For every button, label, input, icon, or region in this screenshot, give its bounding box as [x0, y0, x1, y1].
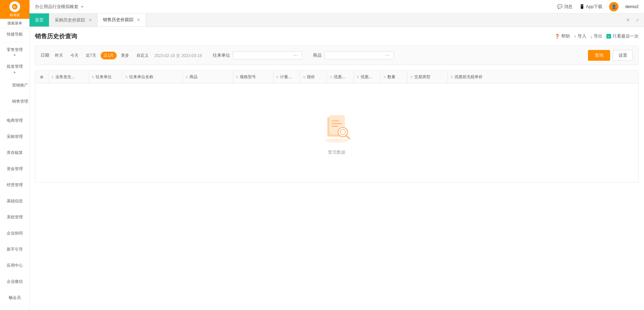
- date-btn-custom[interactable]: 自定义: [133, 52, 152, 59]
- column-spec[interactable]: ⇅ 规格型号: [233, 71, 273, 83]
- im-button[interactable]: 💬 消息: [557, 4, 573, 10]
- column-bizdate[interactable]: ⇅ 业务发生...: [49, 71, 89, 83]
- data-table: ⚙ ⇅ 业务发生... ⇅ 往来单位 ⇅ 往来单位名称 ⇅ 商品: [35, 70, 639, 183]
- username-label[interactable]: demo2: [625, 4, 639, 9]
- sidebar-item-operations[interactable]: 经营管理: [0, 177, 30, 193]
- date-buttons: 昨天 今天 近7天 近1月 更多 自定义: [52, 52, 152, 59]
- tab-sales-label: 销售历史价跟踪: [103, 17, 133, 23]
- import-button[interactable]: ↑ 导入: [574, 33, 586, 39]
- maximize-button[interactable]: ⤢: [633, 16, 641, 24]
- page-actions: ❓ 帮助 ↑ 导入 ↓ 导出 ✓ 只看最后一次: [554, 33, 639, 39]
- export-icon: ↓: [590, 34, 593, 39]
- svg-rect-7: [331, 126, 338, 127]
- sidebar-item-label: 新手引导: [7, 247, 23, 252]
- topbar: 办公用品行业模拟账套 ▾ 💬 消息 📱 App下载 👤 demo2: [30, 0, 644, 13]
- tab-sales-history[interactable]: 销售历史价跟踪 ✕: [98, 13, 146, 27]
- date-filter-group: 日期 昨天 今天 近7天 近1月 更多 自定义 2023-02-18 至 202…: [41, 52, 202, 59]
- date-btn-1month[interactable]: 近1月: [101, 52, 117, 59]
- sidebar-item-newbie[interactable]: 新手引导: [0, 241, 30, 257]
- sidebar-item-finance[interactable]: 资金管理: [0, 161, 30, 177]
- sort-icon: ⇅: [303, 75, 306, 79]
- column-partner[interactable]: ⇅ 往来单位: [89, 71, 122, 83]
- tab-home-label: 首页: [35, 17, 44, 23]
- sidebar-divider-2: [6, 111, 23, 111]
- column-settings[interactable]: ⚙: [35, 71, 49, 83]
- empty-illustration: [320, 110, 354, 144]
- col-product-label: 商品: [190, 74, 198, 80]
- tab-purchase-history[interactable]: 采购历史价跟踪 ✕: [49, 13, 98, 27]
- col-trade-label: 交易类型: [414, 74, 430, 80]
- export-button[interactable]: ↓ 导出: [590, 33, 603, 39]
- topbar-right: 💬 消息 📱 App下载 👤 demo2: [557, 2, 639, 11]
- help-label: 帮助: [561, 33, 570, 39]
- dropdown-icon[interactable]: ▾: [81, 4, 83, 9]
- svg-line-9: [346, 136, 350, 139]
- query-button[interactable]: 查询: [588, 50, 610, 61]
- col-discount2-label: 优惠...: [361, 74, 372, 80]
- sidebar-item-retail[interactable]: 零售管理 ▼: [0, 44, 30, 60]
- column-qty[interactable]: ⇅ 数量: [381, 71, 408, 83]
- sidebar-item-label: 基础信息: [7, 198, 23, 204]
- date-btn-yesterday[interactable]: 昨天: [52, 52, 66, 59]
- topbar-left: 办公用品行业模拟账套 ▾: [35, 4, 83, 10]
- tab-purchase-close-icon[interactable]: ✕: [89, 18, 92, 22]
- only-last-checkbox[interactable]: ✓ 只看最后一次: [606, 33, 639, 39]
- column-discount2[interactable]: ⇅ 优惠...: [354, 71, 381, 83]
- empty-state: 暂无数据: [35, 84, 638, 182]
- column-trade-type[interactable]: ⇅ 交易类型: [408, 71, 448, 83]
- sidebar-item-label: 批发管理: [7, 64, 23, 69]
- sidebar-item-basic-info[interactable]: 基础信息: [0, 193, 30, 209]
- sidebar-item-wechat[interactable]: 企业微信: [0, 273, 30, 290]
- sidebar-item-quick-nav[interactable]: 快捷导航: [0, 28, 30, 41]
- date-label: 日期: [41, 52, 49, 58]
- tabs-right-controls: ✕ ⤢: [621, 13, 644, 27]
- date-range-display: 2023-02-18 至 2023-03-18: [154, 53, 202, 59]
- gear-icon: ⚙: [40, 75, 44, 80]
- column-price[interactable]: ⇅ 报价: [300, 71, 327, 83]
- app-download-button[interactable]: 📱 App下载: [579, 4, 602, 10]
- sidebar-item-vip[interactable]: 畅会员: [0, 290, 30, 306]
- col-price-label: 报价: [307, 74, 315, 80]
- sidebar-item-label: 经营管理: [7, 182, 23, 188]
- date-btn-7days[interactable]: 近7天: [83, 52, 99, 59]
- sort-icon: ⇅: [185, 75, 188, 79]
- tab-home[interactable]: 首页: [30, 13, 49, 27]
- sidebar-search-label[interactable]: 搜索菜单: [7, 21, 22, 26]
- checkbox-icon: ✓: [606, 34, 611, 39]
- col-unit-label: 计量...: [280, 74, 291, 80]
- product-input[interactable]: [327, 53, 384, 58]
- tab-sales-close-icon[interactable]: ✕: [137, 17, 140, 22]
- page-header: 销售历史价查询 ❓ 帮助 ↑ 导入 ↓ 导出 ✓ 只看最后一次: [35, 32, 639, 40]
- sidebar-item-system[interactable]: 系统管理: [0, 209, 30, 225]
- app-logo[interactable]: 畅 标准版: [0, 0, 30, 19]
- column-discount1[interactable]: ⇅ 优惠...: [327, 71, 354, 83]
- sidebar-item-ecommerce[interactable]: 电商管理: [0, 112, 30, 128]
- product-picker-icon[interactable]: ···: [384, 52, 391, 58]
- sidebar-item-app-center[interactable]: 应用中心: [0, 257, 30, 273]
- partner-input[interactable]: [236, 53, 292, 58]
- import-label: 导入: [578, 33, 586, 39]
- close-tab-button[interactable]: ✕: [624, 16, 632, 24]
- col-discount1-label: 优惠...: [334, 74, 345, 80]
- partner-picker-icon[interactable]: ···: [292, 52, 299, 58]
- sidebar-item-enterprise-collab[interactable]: 企业协同: [0, 225, 30, 241]
- sidebar-item-label: 采购管理: [7, 134, 23, 140]
- help-button[interactable]: ❓ 帮助: [554, 33, 570, 39]
- sidebar-item-wholesale[interactable]: 批发管理 ▲: [0, 60, 30, 77]
- only-last-label: 只看最后一次: [612, 33, 639, 39]
- column-product[interactable]: ⇅ 商品: [183, 71, 233, 83]
- date-btn-today[interactable]: 今天: [67, 52, 82, 59]
- date-btn-more[interactable]: 更多: [118, 52, 132, 59]
- col-partner-name-label: 往来单位名称: [129, 74, 153, 80]
- column-unit[interactable]: ⇅ 计量...: [273, 71, 300, 83]
- sort-asc-icon: ⇅: [51, 75, 54, 79]
- sidebar-item-label: 营销推广: [12, 83, 28, 88]
- sidebar-item-label: 企业协同: [7, 230, 23, 236]
- user-avatar[interactable]: 👤: [609, 2, 619, 11]
- column-partner-name[interactable]: ⇅ 往来单位名称: [122, 71, 183, 83]
- sort-icon: ⇅: [92, 75, 94, 79]
- sidebar-item-inventory[interactable]: 库存核算: [0, 145, 30, 161]
- column-notax-price[interactable]: ⇅ 优惠前无税单价: [448, 71, 638, 83]
- sidebar-item-purchase[interactable]: 采购管理: [0, 128, 30, 145]
- settings-button[interactable]: 设置: [613, 50, 633, 61]
